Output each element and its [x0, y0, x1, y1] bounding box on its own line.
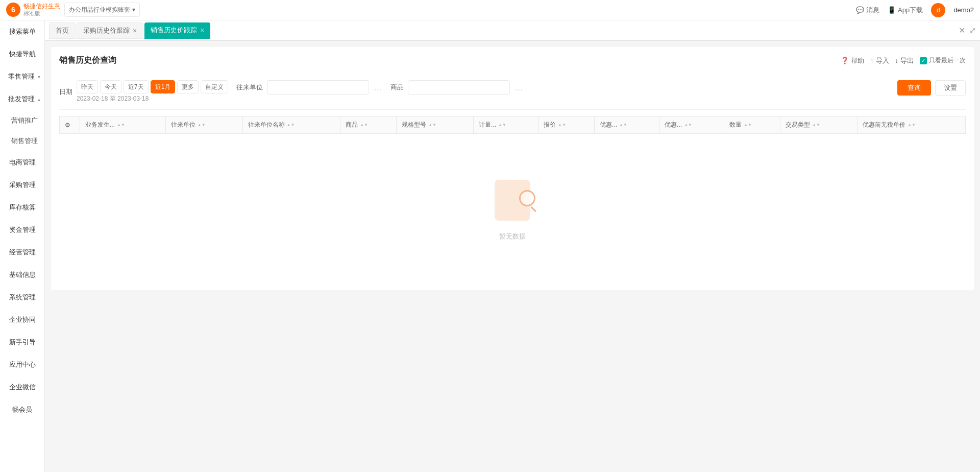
empty-illustration — [487, 175, 538, 226]
tab-home[interactable]: 首页 — [49, 22, 76, 39]
sidebar-item-vip[interactable]: 畅会员 — [0, 398, 44, 421]
product-filter-group: 商品 … — [390, 80, 523, 95]
app-download-icon: 📱 — [888, 6, 896, 14]
settings-button[interactable]: 设置 — [935, 80, 966, 96]
sort-arrows-partner-code: ▲▼ — [198, 123, 206, 127]
tab-close-purchase-history[interactable]: × — [133, 27, 137, 34]
date-btn-last7[interactable]: 近7天 — [124, 80, 149, 93]
username: demo2 — [953, 6, 974, 14]
sidebar-item-retail[interactable]: 零售管理 ▾ — [0, 65, 44, 88]
empty-state: 暂无数据 — [59, 134, 966, 282]
sidebar-item-purchase[interactable]: 采购管理 — [0, 174, 44, 196]
col-pre-tax-price[interactable]: 优惠前无税单价 ▲▼ — [857, 116, 966, 134]
customer-label: 往来单位 — [236, 83, 263, 92]
filter-actions: 查询 设置 — [897, 80, 966, 96]
tab-bar: 首页 采购历史价跟踪 × 销售历史价跟踪 × ✕ ⤢ — [45, 20, 980, 41]
col-spec[interactable]: 规格型号 ▲▼ — [397, 116, 474, 134]
col-discount1[interactable]: 优惠... ▲▼ — [595, 116, 659, 134]
sidebar-item-shortcuts[interactable]: 快捷导航 — [0, 43, 44, 65]
sort-arrows-discount2: ▲▼ — [684, 123, 692, 127]
app-download-action[interactable]: 📱 App下载 — [888, 6, 923, 15]
export-icon: ↓ — [895, 57, 899, 64]
date-label: 日期 — [59, 87, 72, 97]
close-window-button[interactable]: ✕ — [959, 26, 965, 35]
sidebar-item-search-menu[interactable]: 搜索菜单 — [0, 20, 44, 43]
product-input[interactable] — [408, 80, 510, 95]
tab-purchase-history[interactable]: 采购历史价跟踪 × — [77, 22, 143, 39]
sidebar-item-enterprise-wechat[interactable]: 企业微信 — [0, 376, 44, 398]
customer-filter-group: 往来单位 … — [236, 80, 382, 95]
col-partner-name[interactable]: 往来单位名称 ▲▼ — [242, 116, 340, 134]
sidebar-item-operations[interactable]: 经营管理 — [0, 241, 44, 264]
sidebar-item-enterprise-collab[interactable]: 企业协同 — [0, 309, 44, 331]
page-title: 销售历史价查询 — [59, 55, 116, 66]
date-buttons: 昨天 今天 近7天 近1月 更多 自定义 — [77, 80, 228, 93]
sort-arrows-quote: ▲▼ — [558, 123, 566, 127]
table-header-row: ⚙ 业务发生... ▲▼ — [60, 116, 966, 134]
col-partner-code[interactable]: 往来单位 ▲▼ — [165, 116, 242, 134]
page-content: 销售历史价查询 ❓ 帮助 ↑ 导入 ↓ — [45, 41, 980, 472]
customer-picker-icon[interactable]: … — [373, 82, 382, 93]
logo-icon: 6 — [6, 3, 20, 17]
col-settings[interactable]: ⚙ — [60, 116, 80, 134]
col-unit[interactable]: 计量... ▲▼ — [473, 116, 538, 134]
date-btn-today[interactable]: 今天 — [100, 80, 121, 93]
wholesale-expand-icon: ▴ — [38, 97, 40, 102]
message-icon: 💬 — [856, 6, 864, 14]
logo-sub: 标准版 — [23, 10, 60, 17]
table-container: ⚙ 业务发生... ▲▼ — [59, 116, 966, 282]
page-header-actions: ❓ 帮助 ↑ 导入 ↓ 导出 — [841, 56, 966, 65]
date-btn-yesterday[interactable]: 昨天 — [77, 80, 98, 93]
col-discount2[interactable]: 优惠... ▲▼ — [659, 116, 724, 134]
checkbox-box: ✓ — [920, 57, 927, 64]
message-action[interactable]: 💬 消息 — [856, 6, 879, 15]
tab-content-area: 首页 采购历史价跟踪 × 销售历史价跟踪 × ✕ ⤢ — [45, 20, 980, 472]
top-bar-left: 6 畅捷信好生意 标准版 办公用品行业模拟账套 ▾ — [6, 3, 140, 17]
only-last-checkbox[interactable]: ✓ 只看最后一次 — [920, 56, 966, 65]
top-bar-right: 💬 消息 📱 App下载 d demo2 — [856, 3, 974, 17]
settings-icon: ⚙ — [65, 122, 70, 129]
product-picker-icon[interactable]: … — [514, 82, 523, 93]
tab-close-sales-history[interactable]: × — [200, 27, 204, 34]
main-layout: 搜索菜单 快捷导航 零售管理 ▾ 批发管理 ▴ 营销推广 销售管理 电商管理 — [0, 20, 980, 472]
export-action[interactable]: ↓ 导出 — [895, 56, 914, 65]
sort-arrows-trade-type: ▲▼ — [812, 123, 820, 127]
logo: 6 畅捷信好生意 标准版 — [6, 3, 60, 17]
sidebar-item-wholesale[interactable]: 批发管理 ▴ — [0, 88, 44, 110]
sidebar-item-basic-info[interactable]: 基础信息 — [0, 264, 44, 286]
sidebar-item-finance[interactable]: 资金管理 — [0, 219, 44, 241]
query-button[interactable]: 查询 — [897, 80, 931, 96]
top-bar: 6 畅捷信好生意 标准版 办公用品行业模拟账套 ▾ 💬 消息 📱 App下载 — [0, 0, 980, 20]
user-avatar[interactable]: d — [931, 3, 945, 17]
customer-input[interactable] — [267, 80, 369, 95]
date-btn-last1month[interactable]: 近1月 — [151, 80, 176, 93]
sort-arrows-spec: ▲▼ — [428, 123, 436, 127]
col-quote[interactable]: 报价 ▲▼ — [538, 116, 595, 134]
import-action[interactable]: ↑ 导入 — [870, 56, 889, 65]
sort-arrows-partner-name: ▲▼ — [287, 123, 295, 127]
sidebar-item-system[interactable]: 系统管理 — [0, 286, 44, 309]
col-product[interactable]: 商品 ▲▼ — [340, 116, 397, 134]
help-icon: ❓ — [841, 57, 849, 64]
sidebar-item-inventory[interactable]: 库存核算 — [0, 196, 44, 219]
sort-arrows-discount1: ▲▼ — [619, 123, 627, 127]
date-btn-more[interactable]: 更多 — [177, 80, 199, 93]
sidebar-item-ecommerce[interactable]: 电商管理 — [0, 151, 44, 174]
sort-arrows-pre-tax-price: ▲▼ — [908, 123, 916, 127]
import-icon: ↑ — [870, 57, 874, 64]
sidebar-item-app-center[interactable]: 应用中心 — [0, 353, 44, 376]
sidebar-item-new-user[interactable]: 新手引导 — [0, 331, 44, 353]
maximize-window-button[interactable]: ⤢ — [969, 26, 976, 35]
template-selector[interactable]: 办公用品行业模拟账套 ▾ — [64, 3, 140, 17]
sidebar-item-marketing[interactable]: 营销推广 — [0, 110, 44, 131]
date-btn-custom[interactable]: 自定义 — [201, 80, 228, 93]
col-quantity[interactable]: 数量 ▲▼ — [724, 116, 780, 134]
sidebar-item-sales[interactable]: 销售管理 — [0, 131, 44, 151]
filter-bar: 日期 昨天 今天 近7天 近1月 更多 自定义 202 — [59, 74, 966, 110]
tab-bar-controls: ✕ ⤢ — [959, 26, 976, 35]
help-action[interactable]: ❓ 帮助 — [841, 56, 864, 65]
col-biz-date[interactable]: 业务发生... ▲▼ — [80, 116, 166, 134]
tab-sales-history[interactable]: 销售历史价跟踪 × — [144, 22, 210, 39]
col-trade-type[interactable]: 交易类型 ▲▼ — [780, 116, 857, 134]
sidebar: 搜索菜单 快捷导航 零售管理 ▾ 批发管理 ▴ 营销推广 销售管理 电商管理 — [0, 20, 45, 472]
